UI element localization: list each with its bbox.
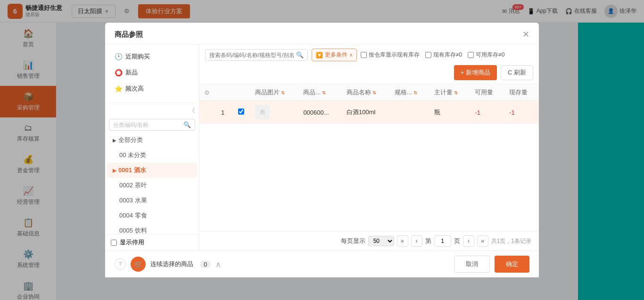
th-image: 商品图片 ⇅ (250, 84, 298, 101)
recent-icon: 🕐 (115, 53, 123, 60)
th-settings: ⚙ (199, 84, 216, 101)
page-size-select[interactable]: 50 20 100 (368, 236, 394, 246)
sort-icon-code: ⇅ (322, 90, 326, 95)
row-no: 1 (216, 101, 233, 124)
show-disabled-checkbox[interactable] (111, 240, 117, 246)
star-icon: ⭐ (115, 85, 123, 92)
confirm-btn[interactable]: 确定 (495, 256, 529, 273)
category-search-input[interactable] (113, 122, 182, 128)
add-product-btn[interactable]: + 新增商品 (454, 65, 497, 80)
product-image: 图 (255, 105, 270, 120)
table-settings-icon[interactable]: ⚙ (204, 89, 210, 96)
category-item-00[interactable]: 00 未分类 (107, 148, 197, 163)
sort-icon-spec: ⇅ (413, 90, 417, 95)
expand-icon-0001: ▶ (113, 168, 116, 173)
available-ne0-checkbox[interactable] (468, 52, 474, 58)
new-product-btn[interactable]: ⭕ 新品 (109, 65, 195, 81)
search-icon[interactable]: 🔍 (296, 51, 304, 58)
more-filter-btn[interactable]: 🔽 更多条件 ∧ (312, 49, 357, 61)
cart-area: ? 🛒 连续选择的商品 0 ∧ (115, 257, 221, 272)
category-item-0003[interactable]: 0003 水果 (107, 193, 197, 208)
available-ne0-label[interactable]: 可用库存≠0 (468, 51, 504, 59)
table-header-row: ⚙ 商品图片 ⇅ (199, 84, 539, 101)
chevron-up-icon: ∧ (349, 52, 353, 58)
sort-icon-unit: ⇅ (454, 90, 458, 95)
cart-toggle-btn[interactable]: ∧ (215, 260, 221, 269)
modal-toolbar: 🔍 🔽 更多条件 ∧ 按仓库显示现有库存 (199, 45, 539, 84)
help-icon[interactable]: ? (115, 258, 126, 270)
category-item-all[interactable]: ▶ 全部分类 (107, 133, 197, 148)
total-info: 共1页，1条记录 (491, 237, 531, 245)
toolbar-right: + 新增商品 C 刷新 (454, 65, 533, 80)
category-list: ▶ 全部分类 00 未分类 ▶ 0001 酒水 0002 茶叶 (105, 133, 199, 234)
row-name: 白酒100ml (342, 101, 390, 124)
pagination-bar: 每页显示 50 20 100 « ‹ 第 页 › (199, 231, 539, 250)
warehouse-stock-checkbox[interactable] (361, 52, 367, 58)
cart-count: 0 (200, 260, 211, 268)
table-row[interactable]: 1 图 000600... 白酒100ml (199, 101, 539, 124)
sort-icon-image: ⇅ (281, 90, 285, 95)
new-icon: ⭕ (115, 69, 123, 76)
modal-body: 🕐 近期购买 ⭕ 新品 ⭐ 频次高 《 (105, 45, 539, 250)
filter-icon: 🔽 (316, 52, 323, 58)
product-reference-modal: 商品参照 ✕ 🕐 近期购买 ⭕ 新品 (105, 23, 539, 277)
th-no (216, 84, 233, 101)
row-stock: -1 (504, 101, 539, 124)
bottom-buttons: 取消 确定 (454, 256, 529, 273)
last-page-btn[interactable]: » (477, 235, 488, 247)
recent-purchase-btn[interactable]: 🕐 近期购买 (109, 49, 195, 65)
row-code: 000600... (298, 101, 342, 124)
first-page-btn[interactable]: « (397, 235, 408, 247)
category-item-0004[interactable]: 0004 零食 (107, 208, 197, 223)
category-item-0002[interactable]: 0002 茶叶 (107, 178, 197, 193)
product-table-container: ⚙ 商品图片 ⇅ (199, 84, 539, 231)
modal-sidebar-top: 🕐 近期购买 ⭕ 新品 ⭐ 频次高 (105, 45, 199, 100)
cancel-btn[interactable]: 取消 (454, 256, 490, 273)
expand-icon: ▶ (113, 138, 116, 143)
modal-sidebar: 🕐 近期购买 ⭕ 新品 ⭐ 频次高 《 (105, 45, 199, 250)
stock-ne0-label[interactable]: 现有库存≠0 (425, 51, 462, 59)
product-table: ⚙ 商品图片 ⇅ (199, 84, 539, 124)
modal-sidebar-footer: 显示停用 (105, 234, 199, 250)
frequent-btn[interactable]: ⭐ 频次高 (109, 81, 195, 97)
th-code: 商品... ⇅ (298, 84, 342, 101)
stock-ne0-checkbox[interactable] (425, 52, 431, 58)
th-stock: 现存量 (504, 84, 539, 101)
cart-label: 连续选择的商品 (150, 260, 193, 268)
row-checkbox-cell[interactable] (233, 101, 250, 124)
modal-overlay: 商品参照 ✕ 🕐 近期购买 ⭕ 新品 (0, 0, 644, 300)
th-unit: 主计量 ⇅ (429, 84, 470, 101)
modal-right-content: 🔍 🔽 更多条件 ∧ 按仓库显示现有库存 (199, 45, 539, 250)
sort-icon-name: ⇅ (372, 90, 376, 95)
sidebar-collapse-btn[interactable]: 《 (189, 107, 195, 115)
cart-icon[interactable]: 🛒 (131, 257, 146, 272)
row-settings (199, 101, 216, 124)
row-available: -1 (470, 101, 504, 124)
th-name: 商品名称 ⇅ (342, 84, 390, 101)
modal-close-btn[interactable]: ✕ (522, 29, 529, 40)
category-item-0001[interactable]: ▶ 0001 酒水 (107, 163, 197, 178)
warehouse-stock-label[interactable]: 按仓库显示现有库存 (361, 51, 420, 59)
modal-bottom-bar: ? 🛒 连续选择的商品 0 ∧ 取消 确定 (105, 250, 539, 277)
th-available: 可用量 (470, 84, 504, 101)
refresh-btn[interactable]: C 刷新 (501, 65, 533, 80)
modal-header: 商品参照 ✕ (105, 23, 539, 45)
product-search-input[interactable] (209, 52, 294, 58)
filter-checkboxes: 按仓库显示现有库存 现有库存≠0 可用库存≠0 (361, 51, 505, 59)
row-image-cell: 图 (250, 101, 298, 124)
th-spec: 规格... ⇅ (390, 84, 429, 101)
row-checkbox[interactable] (238, 108, 244, 115)
prev-page-btn[interactable]: ‹ (411, 235, 422, 247)
modal-title: 商品参照 (115, 30, 143, 39)
pagination: 每页显示 50 20 100 « ‹ 第 页 › (341, 235, 531, 247)
row-spec (390, 101, 429, 124)
page-number-input[interactable] (434, 235, 451, 247)
category-search-container: 🔍 (109, 119, 195, 131)
category-item-0005[interactable]: 0005 饮料 (107, 223, 197, 234)
category-search-icon[interactable]: 🔍 (183, 121, 191, 128)
next-page-btn[interactable]: › (463, 235, 474, 247)
product-search-box: 🔍 (205, 49, 308, 61)
divider (109, 102, 195, 103)
th-checkbox (233, 84, 250, 101)
row-unit: 瓶 (429, 101, 470, 124)
